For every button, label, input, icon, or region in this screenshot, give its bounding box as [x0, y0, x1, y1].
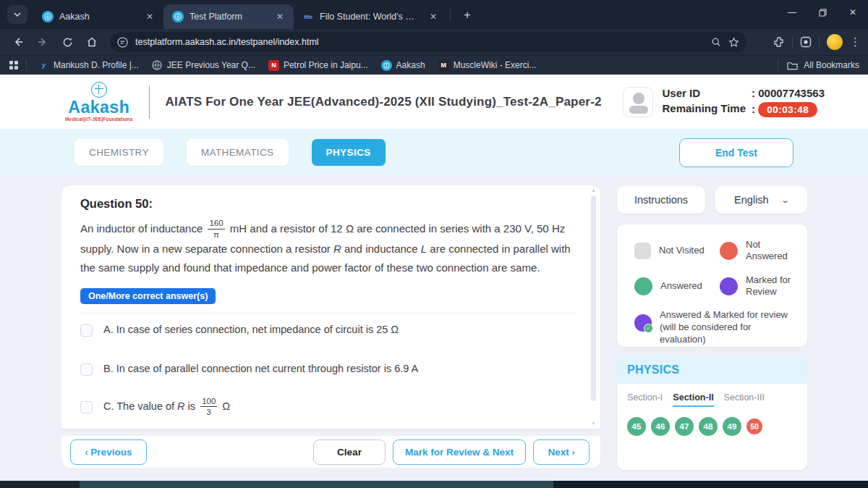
bookmark-petrol[interactable]: N Petrol Price in Jaipu... [264, 59, 373, 72]
brand-name: Aakash [68, 99, 129, 116]
next-button[interactable]: Next › [533, 439, 590, 465]
tab-close-icon[interactable]: ✕ [143, 10, 156, 23]
tab-mathematics[interactable]: MATHEMATICS [187, 139, 289, 166]
option-a-label: A. In case of series connection, net imp… [103, 324, 399, 335]
legend-answered-marked: Answered & Marked for review (will be co… [634, 308, 797, 345]
address-bar[interactable]: testplatform.aakash.ac.in/testpanel/inde… [110, 32, 746, 52]
scrollbar-thumb[interactable] [591, 195, 596, 401]
status-legend: Not Visited Not Answered Answered Marked… [617, 224, 807, 347]
browser-profile-avatar[interactable] [827, 34, 843, 50]
language-value: English [734, 194, 769, 206]
question-scrollbar[interactable]: ▲ ▼ [590, 188, 597, 426]
toolbar-right: ⋮ [773, 34, 861, 50]
all-bookmarks[interactable]: All Bookmarks [775, 59, 859, 71]
extensions-icon[interactable] [773, 36, 785, 48]
bookmark-label: MuscleWiki - Exerci... [454, 60, 537, 70]
lens-icon[interactable] [800, 36, 812, 48]
aakash-favicon-icon [172, 11, 184, 22]
option-b[interactable]: B. In case of parallel connection net cu… [80, 363, 576, 376]
scroll-up-icon[interactable]: ▲ [590, 188, 597, 193]
mark-review-next-button[interactable]: Mark for Review & Next [393, 439, 526, 465]
option-c[interactable]: C. The value of R is 1003 Ω [80, 397, 576, 417]
bookmark-star-icon[interactable] [728, 37, 739, 48]
bookmark-jee[interactable]: JEE Previous Year Q... [148, 59, 260, 72]
tab-filo[interactable]: filo Filo Student: World's Only Live | ✕ [294, 4, 447, 29]
option-c-checkbox[interactable] [80, 401, 93, 413]
test-header: Aakash Medical|IIT-JEE|Foundations AIATS… [0, 75, 868, 129]
folder-icon [787, 61, 798, 70]
legend-not-visited: Not Visited [634, 239, 720, 262]
question-47-button[interactable]: 47 [675, 417, 694, 436]
section-2-tab[interactable]: Section-II [673, 392, 713, 407]
palette-subject-title: PHYSICS [617, 356, 807, 384]
bookmarks-divider [778, 59, 778, 71]
option-a-checkbox[interactable] [80, 324, 93, 337]
back-icon[interactable] [7, 32, 29, 52]
end-test-button[interactable]: End Test [679, 138, 793, 167]
apps-grid-icon[interactable] [9, 60, 19, 70]
toolbar-divider [819, 36, 820, 48]
tab-title: Aakash [59, 12, 137, 22]
question-46-button[interactable]: 46 [651, 417, 670, 436]
user-info: User ID : 00007743563 Remaining Time : 0… [623, 87, 825, 117]
bookmark-mankush[interactable]: y Mankush D. Profile |... [34, 59, 143, 72]
tab-chemistry[interactable]: CHEMISTRY [75, 139, 163, 166]
bookmark-musclewiki[interactable]: M MuscleWiki - Exerci... [434, 59, 541, 72]
question-number-grid: 45 46 47 48 49 50 [617, 411, 807, 442]
restore-button[interactable] [807, 9, 838, 17]
tab-search-button[interactable] [7, 5, 27, 24]
question-action-bar: ‹ Previous Clear Mark for Review & Next … [61, 435, 600, 468]
not-answered-swatch [720, 242, 738, 260]
reload-icon[interactable] [56, 32, 78, 52]
question-49-button[interactable]: 49 [723, 417, 741, 436]
legend-answered: Answered [634, 274, 720, 298]
divider [80, 313, 576, 314]
close-window-button[interactable]: ✕ [838, 7, 868, 17]
instructions-button[interactable]: Instructions [617, 186, 705, 214]
question-48-button[interactable]: 48 [699, 417, 718, 436]
scroll-down-icon[interactable]: ▼ [590, 421, 597, 426]
tab-aakash[interactable]: Aakash ✕ [33, 4, 163, 29]
option-b-checkbox[interactable] [80, 363, 93, 376]
tab-physics[interactable]: PHYSICS [312, 139, 386, 166]
option-a[interactable]: A. In case of series connection, net imp… [80, 324, 576, 337]
answered-swatch [634, 277, 652, 295]
bookmark-aakash[interactable]: Aakash [377, 59, 430, 72]
previous-button[interactable]: ‹ Previous [70, 439, 147, 465]
question-number: Question 50: [80, 197, 576, 211]
brand-tagline: Medical|IIT-JEE|Foundations [65, 117, 133, 122]
url-text[interactable]: testplatform.aakash.ac.in/testpanel/inde… [135, 37, 704, 47]
new-tab-button[interactable]: + [458, 8, 477, 22]
site-settings-icon[interactable] [117, 37, 128, 48]
section-1-tab[interactable]: Section-I [627, 392, 663, 407]
bookmark-label: Mankush D. Profile |... [54, 60, 139, 70]
bottom-dark-bar [0, 481, 868, 488]
find-in-page-icon[interactable] [711, 37, 721, 47]
variable-L: L [421, 243, 427, 255]
forward-icon[interactable] [32, 32, 54, 52]
question-50-button[interactable]: 50 [746, 418, 762, 434]
tab-close-icon[interactable]: ✕ [273, 10, 286, 23]
section-3-tab[interactable]: Section-III [724, 392, 765, 407]
aakash-favicon-icon [42, 11, 54, 22]
toolbar-divider [792, 36, 793, 48]
remaining-time-badge: 00:03:48 [758, 102, 817, 117]
tab-close-icon[interactable]: ✕ [427, 10, 440, 23]
question-text-part: and inductance [341, 243, 421, 255]
tab-test-platform[interactable]: Test Platform ✕ [163, 4, 294, 29]
fraction-160-pi: 160π [208, 219, 224, 238]
remaining-time-label: Remaining Time [662, 102, 746, 117]
home-icon[interactable] [81, 32, 103, 52]
globe-favicon-icon [152, 60, 163, 71]
m-favicon-icon: M [438, 60, 449, 71]
filo-favicon-icon: filo [302, 11, 314, 22]
marked-swatch [720, 277, 738, 295]
minimize-button[interactable]: — [777, 7, 807, 17]
aakash-emblem-icon [91, 82, 107, 98]
kebab-menu-icon[interactable]: ⋮ [850, 35, 861, 49]
user-id-label: User ID [662, 87, 746, 99]
clear-button[interactable]: Clear [313, 439, 386, 465]
language-select[interactable]: English ⌄ [715, 186, 807, 214]
question-45-button[interactable]: 45 [627, 417, 646, 436]
tab-title: Filo Student: World's Only Live | [320, 12, 421, 22]
